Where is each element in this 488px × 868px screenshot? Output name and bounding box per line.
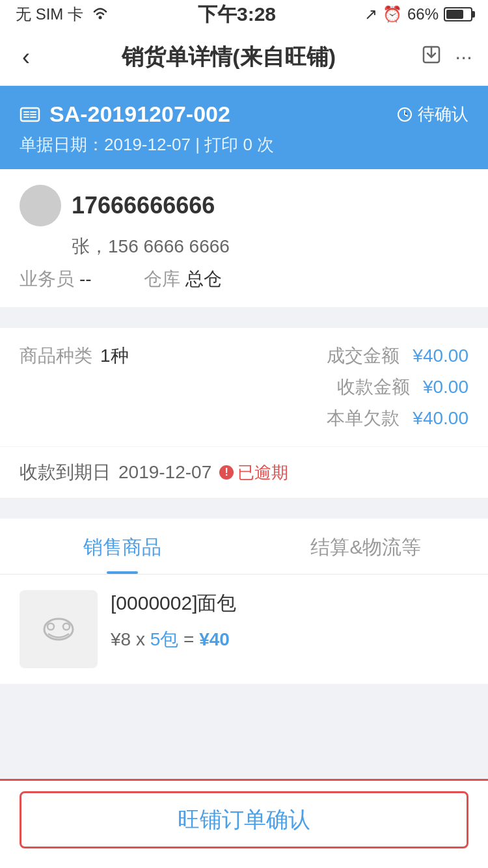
tab-settlement[interactable]: 结算&物流等	[244, 519, 488, 574]
amount-row-1: 收款金额 ¥0.00	[337, 375, 468, 400]
tab-bar: 销售商品 结算&物流等	[0, 519, 488, 575]
bottom-action: 旺铺订单确认	[0, 779, 488, 868]
product-types: 商品种类 1种	[20, 344, 244, 368]
warehouse-info: 仓库 总仓	[144, 267, 222, 292]
price-unit: ¥8	[111, 629, 131, 649]
status-time: 下午3:28	[198, 1, 276, 28]
page-title: 销货单详情(来自旺铺)	[36, 42, 421, 72]
order-status: 待确认	[397, 103, 468, 126]
overdue-badge: ! 已逾期	[219, 461, 288, 484]
price-equals: =	[183, 629, 199, 649]
tab-label-0: 销售商品	[83, 536, 161, 558]
product-thumbnail	[20, 590, 98, 668]
summary-section: 商品种类 1种 成交金额 ¥40.00 收款金额 ¥0.00 本单欠款 ¥40.…	[0, 328, 488, 446]
status-bar: 无 SIM 卡 下午3:28 ↗ ⏰ 66%	[0, 0, 488, 29]
customer-meta: 业务员 -- 仓库 总仓	[20, 267, 468, 292]
product-section: [0000002]面包 ¥8 x 5包 = ¥40	[0, 575, 488, 684]
back-button[interactable]: ‹	[16, 37, 36, 77]
tab-sales-products[interactable]: 销售商品	[0, 519, 244, 574]
status-right: ↗ ⏰ 66%	[364, 5, 472, 23]
amount-row-0: 成交金额 ¥40.00	[327, 344, 468, 368]
svg-point-7	[63, 623, 70, 630]
due-section: 收款到期日 2019-12-07 ! 已逾期	[0, 446, 488, 498]
battery-percent: 66%	[407, 5, 439, 23]
nav-bar: ‹ 销货单详情(来自旺铺) ···	[0, 29, 488, 86]
amount-row-2: 本单欠款 ¥40.00	[327, 406, 468, 431]
customer-section: 17666666666 张，156 6666 6666 业务员 -- 仓库 总仓	[0, 169, 488, 307]
salesperson-info: 业务员 --	[20, 267, 92, 292]
divider-1	[0, 318, 488, 328]
overdue-dot-icon: !	[219, 465, 234, 480]
wifi-icon	[91, 5, 109, 23]
due-date-value: 2019-12-07	[118, 462, 211, 483]
warehouse-label: 仓库	[144, 267, 180, 292]
status-left: 无 SIM 卡	[16, 4, 109, 25]
product-types-label: 商品种类	[20, 344, 92, 368]
avatar	[20, 185, 61, 226]
svg-point-0	[99, 16, 102, 20]
amount-label-1: 收款金额	[337, 375, 410, 400]
divider-2	[0, 498, 488, 508]
location-icon: ↗	[364, 5, 377, 23]
amount-value-2: ¥40.00	[413, 408, 468, 429]
tab-label-1: 结算&物流等	[310, 536, 421, 558]
battery-icon	[444, 7, 472, 21]
warehouse-value: 总仓	[185, 267, 222, 292]
order-date: 单据日期：2019-12-07 | 打印 0 次	[20, 133, 468, 156]
due-date-label: 收款到期日	[20, 460, 111, 485]
product-name: [0000002]面包	[111, 590, 468, 617]
order-header: SA-20191207-002 待确认 单据日期：2019-12-07 | 打印…	[0, 86, 488, 169]
product-price: ¥8 x 5包 = ¥40	[111, 627, 468, 652]
more-button[interactable]: ···	[455, 45, 472, 69]
customer-phone: 17666666666	[72, 192, 215, 219]
svg-point-4	[35, 198, 46, 208]
salesperson-value: --	[79, 269, 92, 290]
amounts: 成交金额 ¥40.00 收款金额 ¥0.00 本单欠款 ¥40.00	[244, 344, 468, 431]
overdue-text: 已逾期	[237, 461, 288, 484]
product-info: [0000002]面包 ¥8 x 5包 = ¥40	[111, 590, 468, 652]
amount-label-2: 本单欠款	[327, 406, 400, 431]
svg-point-6	[47, 623, 54, 630]
order-id: SA-20191207-002	[20, 102, 230, 127]
confirm-order-button[interactable]: 旺铺订单确认	[20, 791, 468, 848]
price-total: ¥40	[199, 629, 230, 649]
amount-label-0: 成交金额	[327, 344, 400, 368]
carrier-text: 无 SIM 卡	[16, 4, 83, 25]
amount-value-0: ¥40.00	[413, 346, 468, 366]
customer-name: 张，156 6666 6666	[20, 234, 468, 259]
salesperson-label: 业务员	[20, 267, 74, 292]
price-multiply: x	[136, 629, 150, 649]
nav-right-actions: ···	[421, 44, 472, 70]
alarm-icon: ⏰	[383, 5, 402, 23]
amount-value-1: ¥0.00	[423, 377, 468, 398]
product-types-value: 1种	[100, 344, 129, 368]
price-qty: 5包	[150, 629, 179, 649]
share-button[interactable]	[421, 44, 442, 70]
